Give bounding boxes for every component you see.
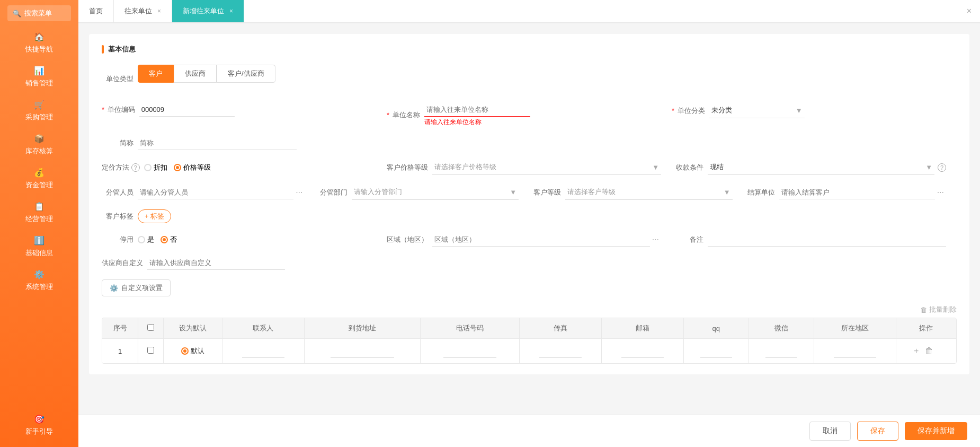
address-input[interactable] [331, 344, 394, 358]
batch-delete-label: 批量删除 [929, 305, 957, 314]
contact-input[interactable] [242, 344, 284, 358]
qq-input[interactable] [700, 344, 732, 358]
add-tag-button[interactable]: + 标签 [138, 209, 171, 223]
region-input[interactable] [432, 233, 650, 247]
col-region: 所在地区 [814, 318, 896, 339]
manager-dots[interactable]: ··· [293, 188, 305, 197]
customer-level-placeholder: 请选择客户等级 [567, 187, 616, 197]
batch-delete[interactable]: 🗑 批量删除 [102, 305, 957, 314]
row-checkbox[interactable] [138, 339, 164, 364]
pricing-radio-discount[interactable]: 折扣 [144, 163, 167, 172]
chevron-down-icon-5: ▼ [724, 188, 730, 196]
row-qq[interactable] [683, 339, 749, 364]
sidebar-item-label: 库存核算 [25, 146, 53, 156]
row-contact[interactable] [222, 339, 304, 364]
chevron-down-icon-2: ▼ [652, 163, 659, 171]
dept-field: 分管部门 请输入分管部门 ▼ [316, 185, 530, 200]
sidebar-item-system[interactable]: ⚙️ 系统管理 [0, 263, 78, 297]
customer-tag-row: 客户标签 + 标签 [102, 209, 957, 223]
inventory-icon: 📦 [33, 133, 45, 144]
sidebar-item-inventory[interactable]: 📦 库存核算 [0, 127, 78, 161]
row-phone[interactable] [420, 339, 519, 364]
unit-name-input[interactable] [424, 103, 530, 117]
sidebar-item-finance[interactable]: 💰 资金管理 [0, 161, 78, 195]
sidebar-item-management[interactable]: 📋 经营管理 [0, 195, 78, 229]
manager-row: 分管人员 ··· 分管部门 请输入分管部门 ▼ 客户等级 请选择客户等级 ▼ [102, 185, 957, 200]
tab-home[interactable]: 首页 [78, 0, 114, 22]
region-field: 区域（地区） ··· [387, 233, 672, 247]
row-region-input[interactable] [834, 344, 876, 358]
disabled-no-radio[interactable]: 否 [161, 235, 177, 244]
supplier-custom-input[interactable] [147, 256, 285, 270]
row-email[interactable] [601, 339, 683, 364]
supplier-custom-label: 供应商自定义 [102, 258, 143, 268]
row-region[interactable] [814, 339, 896, 364]
remark-input[interactable] [708, 233, 946, 247]
search-menu[interactable]: 🔍 搜索菜单 [7, 5, 71, 21]
row-wechat[interactable] [749, 339, 814, 364]
unit-btn-supplier[interactable]: 供应商 [174, 65, 217, 83]
disabled-no-label: 否 [170, 235, 177, 244]
pricing-radio-group: 折扣 价格等级 [144, 163, 211, 172]
unit-code-input[interactable] [139, 103, 235, 117]
disabled-no-circle [161, 236, 168, 243]
row-fax[interactable] [519, 339, 601, 364]
sidebar-item-guide[interactable]: 🎯 新手引导 [0, 408, 78, 442]
row-address[interactable] [304, 339, 420, 364]
tab-contacts[interactable]: 往来单位 × [114, 0, 172, 22]
dept-placeholder: 请输入分管部门 [354, 187, 402, 197]
tab-contacts-close[interactable]: × [157, 7, 161, 15]
default-radio[interactable]: 默认 [168, 346, 217, 356]
settlement-dots[interactable]: ··· [935, 188, 946, 197]
region-dots[interactable]: ··· [650, 235, 661, 244]
manager-input[interactable] [138, 186, 293, 199]
customer-level-select[interactable]: 请选择客户等级 ▼ [565, 185, 733, 200]
fax-input[interactable] [539, 344, 582, 358]
payment-terms-select[interactable]: 现结 ▼ [708, 160, 934, 175]
unit-category-field: * 单位分类 未分类 ▼ [672, 103, 957, 118]
sidebar-item-nav[interactable]: 🏠 快捷导航 [0, 25, 78, 59]
tab-add-contact[interactable]: 新增往来单位 × [172, 0, 244, 22]
level-label: 价格等级 [183, 163, 211, 172]
window-close-button[interactable]: × [958, 0, 980, 22]
customer-tag-label: 客户标签 [102, 212, 133, 221]
sidebar-item-purchase[interactable]: 🛒 采购管理 [0, 93, 78, 127]
dept-select[interactable]: 请输入分管部门 ▼ [352, 185, 519, 200]
custom-settings-button[interactable]: ⚙️ 自定义项设置 [102, 279, 171, 296]
tab-add-contact-close[interactable]: × [229, 7, 233, 15]
disabled-yes-label: 是 [147, 235, 154, 244]
settlement-input[interactable] [779, 186, 935, 199]
disabled-field: 停用 是 否 [102, 235, 387, 244]
cancel-button[interactable]: 取消 [809, 422, 851, 441]
pricing-method-label: 定价方法 ? [102, 163, 140, 172]
remark-field: 备注 [672, 233, 957, 247]
save-and-new-button[interactable]: 保存并新增 [905, 422, 967, 440]
unit-type-label: 单位类型 [102, 74, 133, 84]
unit-category-select[interactable]: 未分类 ▼ [709, 103, 805, 118]
delete-row-button[interactable]: 🗑 [923, 346, 936, 355]
sidebar-bottom-label: 新手引导 [25, 427, 53, 436]
add-row-button[interactable]: + [912, 346, 921, 355]
email-input[interactable] [621, 344, 664, 358]
unit-type-field: 单位类型 客户 供应商 客户/供应商 [102, 65, 957, 93]
unit-name-field: * 单位名称 请输入往来单位名称 [387, 103, 672, 127]
unit-category-value: 未分类 [711, 106, 732, 115]
sidebar-item-sales[interactable]: 📊 销售管理 [0, 59, 78, 93]
payment-help-icon[interactable]: ? [938, 163, 946, 172]
payment-terms-field: 收款条件 现结 ▼ ? [672, 160, 957, 175]
phone-input[interactable] [443, 344, 496, 358]
help-icon[interactable]: ? [131, 163, 140, 172]
save-button[interactable]: 保存 [857, 422, 898, 441]
unit-btn-both[interactable]: 客户/供应商 [217, 65, 275, 83]
wechat-input[interactable] [765, 344, 797, 358]
customer-price-select[interactable]: 请选择客户价格等级 ▼ [432, 160, 661, 175]
short-name-input[interactable] [138, 136, 297, 150]
select-all-checkbox[interactable] [147, 324, 154, 331]
pricing-radio-level[interactable]: 价格等级 [174, 163, 211, 172]
sidebar-item-basic-info[interactable]: ℹ️ 基础信息 [0, 229, 78, 263]
row-checkbox-input[interactable] [147, 347, 154, 354]
col-checkbox[interactable] [138, 318, 164, 339]
disabled-yes-radio[interactable]: 是 [138, 235, 154, 244]
unit-btn-customer[interactable]: 客户 [138, 65, 174, 83]
col-default: 设为默认 [164, 318, 222, 339]
